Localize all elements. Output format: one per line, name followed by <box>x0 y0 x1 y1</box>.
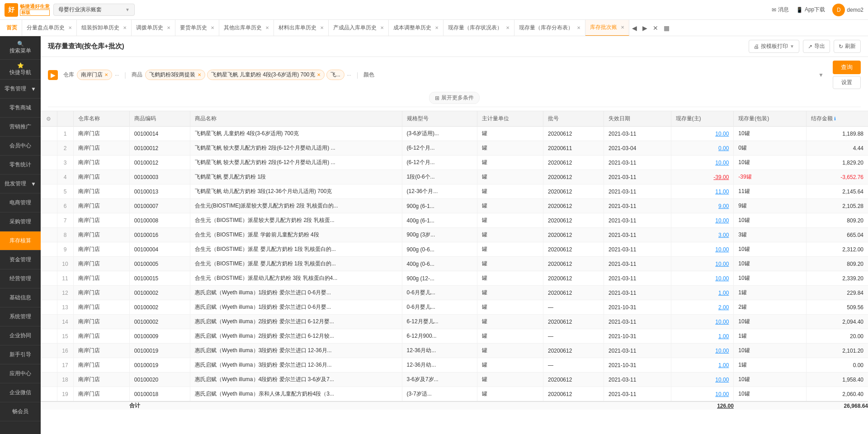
sidebar-item-purchase[interactable]: 采购管理 <box>0 212 41 231</box>
filter-product-tag-0[interactable]: 飞鹤奶粉3段两提装 ✕ <box>145 70 205 80</box>
filter-expand-btn[interactable]: ▶ <box>48 70 58 80</box>
th-settings[interactable]: ⚙ <box>41 111 57 127</box>
sidebar-item-retail[interactable]: 零售管理 ▼ <box>0 80 41 99</box>
filter-product-tag-2[interactable]: 飞... <box>326 70 344 80</box>
td-stock-main[interactable]: 2.00 <box>671 300 734 315</box>
expand-more-btn[interactable]: ⊞ 展开更多条件 <box>429 92 480 104</box>
td-stock-main[interactable]: 10.00 <box>671 257 734 271</box>
tab-nav-prev[interactable]: ◀ <box>629 24 640 32</box>
sidebar-item-basic[interactable]: 基础信息 <box>0 288 41 307</box>
filter-warehouse-tag-0[interactable]: 南岸门店 ✕ <box>77 70 112 80</box>
filter-product-tag-0-close[interactable]: ✕ <box>198 72 201 77</box>
sidebar-item-collab[interactable]: 企业协同 <box>0 326 41 345</box>
query-btn[interactable]: 查询 <box>833 61 861 74</box>
filter-product-more[interactable]: ··· <box>347 72 351 78</box>
td-stock-main[interactable]: 10.00 <box>671 373 734 387</box>
td-stock-main[interactable]: 10.00 <box>671 271 734 286</box>
tab-xian-cun-fen-close[interactable]: ✕ <box>577 25 580 30</box>
tab-fen-pan-close[interactable]: ✕ <box>68 25 72 30</box>
sidebar-item-batch-mgmt[interactable]: 批发管理 ▼ <box>0 175 41 193</box>
td-stock-main[interactable]: 1.00 <box>671 286 734 300</box>
tab-yao-huo-close[interactable]: ✕ <box>211 25 214 30</box>
td-spec: (6-12个月... <box>402 156 477 170</box>
export-btn[interactable]: ↗ 导出 <box>803 40 830 53</box>
sidebar-item-retail-stats[interactable]: 零售统计 <box>0 156 41 175</box>
td-stock-main[interactable]: 10.00 <box>671 387 734 402</box>
tab-xian-cun-ku-cun[interactable]: 现存量（库存状况表） ✕ <box>443 20 514 36</box>
filter-warehouse-tag-0-close[interactable]: ✕ <box>104 72 108 77</box>
td-stock-main[interactable]: 10.00 <box>671 344 734 358</box>
td-stock-main[interactable]: 3.00 <box>671 228 734 242</box>
filter-warehouse-more[interactable]: ··· <box>115 72 119 78</box>
sidebar-item-system[interactable]: 系统管理 <box>0 307 41 326</box>
tab-qi-ta-chu[interactable]: 其他出库单历史 ✕ <box>219 20 274 36</box>
settings-btn[interactable]: 设置 <box>833 76 861 89</box>
workspace-selector[interactable]: 母婴行业演示账套 ▼ <box>53 4 135 16</box>
tab-chan-pin-ru-close[interactable]: ✕ <box>380 25 384 30</box>
th-expire: 失效日期 <box>604 111 671 127</box>
sidebar-item-ecom[interactable]: 电商管理 <box>0 193 41 212</box>
sidebar-item-apps[interactable]: 应用中心 <box>0 364 41 383</box>
td-index: 9 <box>57 242 73 257</box>
tab-zu-chai[interactable]: 组装拆卸单历史 ✕ <box>77 20 132 36</box>
tab-xian-cun-fen[interactable]: 现存量（库存分布表） ✕ <box>514 20 585 36</box>
td-expire: 2021-03-11 <box>604 286 671 300</box>
sidebar-item-retail-shop[interactable]: 零售商城 <box>0 99 41 118</box>
tab-yao-huo[interactable]: 要货单历史 ✕ <box>175 20 219 36</box>
sidebar-item-ops[interactable]: 经营管理 <box>0 269 41 288</box>
tab-cai-liao-chu-close[interactable]: ✕ <box>320 25 324 30</box>
tab-xian-cun-ku-cun-close[interactable]: ✕ <box>506 25 509 30</box>
td-stock-main[interactable]: 10.00 <box>671 315 734 329</box>
td-stock-main[interactable]: 0.00 <box>671 141 734 156</box>
td-stock-main[interactable]: -39.00 <box>671 170 734 184</box>
td-balance: -3,652.76 <box>806 170 868 184</box>
tab-zu-chai-close[interactable]: ✕ <box>123 25 127 30</box>
main-layout: 🔍 搜索菜单 ⭐ 快捷导航 零售管理 ▼ 零售商城 营销推广 会员中心 零售统计… <box>0 36 868 434</box>
tab-fen-pan[interactable]: 分量盘点单历史 ✕ <box>22 20 77 36</box>
sidebar-item-purchase-label: 采购管理 <box>9 218 31 226</box>
user-area[interactable]: D demo2 <box>832 4 863 16</box>
sidebar-quick-nav[interactable]: ⭐ 快捷导航 <box>0 60 41 80</box>
tab-chan-pin-ru[interactable]: 产成品入库单历史 ✕ <box>329 20 389 36</box>
td-stock-main[interactable]: 9.00 <box>671 199 734 213</box>
tab-home[interactable]: 首页 <box>2 20 22 36</box>
sidebar-item-corp-wechat[interactable]: 企业微信 <box>0 383 41 402</box>
sidebar-item-finance[interactable]: 资金管理 <box>0 250 41 269</box>
print-btn[interactable]: 🖨 按模板打印 ▼ <box>749 40 799 53</box>
td-settings <box>41 329 57 344</box>
tab-cheng-ben-close[interactable]: ✕ <box>435 25 439 30</box>
sidebar-item-marketing[interactable]: 营销推广 <box>0 118 41 137</box>
tab-cheng-ben[interactable]: 成本调整单历史 ✕ <box>389 20 443 36</box>
td-stock-main[interactable]: 1.00 <box>671 358 734 373</box>
td-stock-main[interactable]: 10.00 <box>671 213 734 228</box>
tab-nav-close[interactable]: ✕ <box>650 24 661 32</box>
td-stock-main[interactable]: 10.00 <box>671 242 734 257</box>
tab-ku-cun-pi[interactable]: 库存批次账 ✕ <box>585 20 629 36</box>
td-settings <box>41 387 57 402</box>
td-stock-main[interactable]: 11.00 <box>671 184 734 199</box>
tab-ku-cun-pi-close[interactable]: ✕ <box>621 25 624 30</box>
sidebar-item-guide[interactable]: 新手引导 <box>0 345 41 364</box>
refresh-btn[interactable]: ↻ 刷新 <box>834 40 861 53</box>
sidebar-item-inventory[interactable]: 库存核算 <box>0 231 41 250</box>
sidebar-item-member[interactable]: 会员中心 <box>0 137 41 156</box>
tab-diao-bo-close[interactable]: ✕ <box>167 25 170 30</box>
td-stock-main[interactable]: 10.00 <box>671 156 734 170</box>
settings-icon[interactable]: ⚙ <box>46 116 51 122</box>
message-btn[interactable]: ✉ 消息 <box>772 6 789 14</box>
sidebar-search[interactable]: 🔍 搜索菜单 <box>0 36 41 60</box>
td-index: 7 <box>57 213 73 228</box>
tab-diao-bo[interactable]: 调拨单历史 ✕ <box>132 20 175 36</box>
filter-product-tag-1-close[interactable]: ✕ <box>317 72 321 77</box>
td-stock-main[interactable]: 1.00 <box>671 329 734 344</box>
td-warehouse: 南岸门店 <box>73 199 129 213</box>
tab-nav-menu[interactable]: ▦ <box>661 24 672 32</box>
filter-product-tag-1[interactable]: 飞鹤星飞帆 儿童奶粉 4段(3-6岁适用) 700克 ✕ <box>207 70 325 80</box>
tab-nav-next[interactable]: ▶ <box>640 24 650 32</box>
tab-qi-ta-chu-close[interactable]: ✕ <box>265 25 269 30</box>
app-download-btn[interactable]: 📱 App下载 <box>796 6 825 14</box>
td-stock-main[interactable]: 10.00 <box>671 127 734 141</box>
sidebar-item-member2[interactable]: 畅会员 <box>0 402 41 421</box>
td-stock-pkg: 10罐 <box>734 344 806 358</box>
tab-cai-liao-chu[interactable]: 材料出库单历史 ✕ <box>274 20 329 36</box>
